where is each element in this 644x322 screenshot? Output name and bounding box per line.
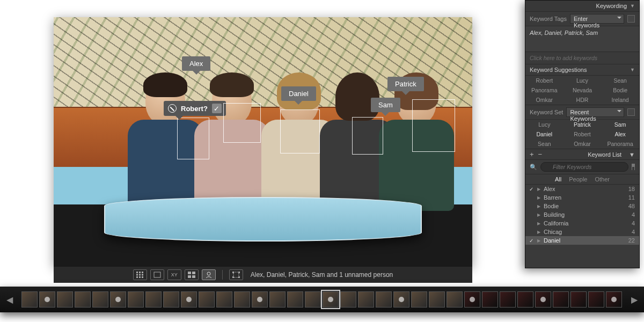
loupe-view-button[interactable] (150, 269, 164, 280)
keyword-expand-icon[interactable]: ▶ (537, 204, 540, 209)
keyword-expand-icon[interactable]: ▶ (537, 238, 540, 243)
filmstrip-thumb[interactable] (269, 291, 286, 308)
keyword-expand-icon[interactable]: ▶ (537, 187, 540, 192)
keyword-tags-mode-dropdown[interactable]: Enter Keywords (570, 14, 624, 24)
keyword-tags-toggle[interactable] (627, 15, 635, 23)
tab-people[interactable]: People (569, 176, 587, 182)
keyword-checked-icon[interactable]: ✓ (529, 186, 534, 192)
filmstrip-thumb[interactable] (447, 291, 463, 308)
filmstrip-thumb[interactable] (553, 291, 569, 308)
filmstrip-thumb[interactable] (393, 291, 409, 308)
survey-view-button[interactable] (185, 269, 199, 280)
filmstrip-thumb[interactable] (376, 291, 392, 308)
keyword-list[interactable]: ✓▶Alex18▶Barren11▶Bodie48▶Building4▶Cali… (525, 185, 639, 245)
keyword-set-item[interactable]: Sam (601, 120, 639, 129)
reject-face-icon[interactable] (168, 104, 177, 113)
main-photo[interactable] (54, 17, 472, 267)
filmstrip-thumb[interactable] (588, 291, 604, 308)
keyword-set-item[interactable]: Panorama (601, 139, 639, 149)
collapse-icon[interactable]: ▼ (630, 67, 635, 72)
filmstrip-thumb[interactable] (57, 291, 73, 308)
keyword-set-item[interactable]: Lucy (525, 120, 564, 129)
filmstrip-thumb[interactable] (92, 291, 108, 308)
people-view-button[interactable] (202, 269, 216, 280)
keyword-list-item[interactable]: ▶Bodie48 (525, 202, 639, 210)
filmstrip-thumb[interactable] (216, 291, 232, 308)
add-keyword-button[interactable]: + (530, 151, 534, 158)
filmstrip-thumb[interactable] (429, 291, 445, 308)
keyword-expand-icon[interactable]: ▶ (537, 230, 540, 235)
filmstrip-thumb[interactable] (500, 291, 516, 308)
filmstrip-thumb[interactable] (323, 291, 339, 308)
filter-icon[interactable] (632, 164, 635, 170)
accept-face-icon[interactable]: ✓ (212, 104, 222, 113)
keyword-tags-hint[interactable]: Click here to add keywords (525, 52, 639, 64)
keyword-suggestion[interactable]: Omkar (525, 95, 564, 105)
keyword-list-item[interactable]: ▶California4 (525, 219, 639, 228)
keyword-expand-icon[interactable]: ▶ (537, 221, 540, 226)
keyword-suggestion[interactable]: Lucy (564, 76, 602, 85)
filmstrip-thumb[interactable] (234, 291, 250, 308)
keyword-set-item[interactable]: Omkar (564, 139, 602, 149)
keyword-set-item[interactable]: Alex (601, 129, 639, 139)
collapse-icon[interactable]: ▼ (630, 3, 635, 9)
keyword-suggestion[interactable]: Panorama (525, 85, 564, 95)
keyword-list-item[interactable]: ✓▶Daniel22 (525, 236, 639, 245)
keyword-set-item[interactable]: Robert (564, 129, 602, 139)
filmstrip-prev-icon[interactable]: ◀ (6, 295, 13, 305)
compare-view-button[interactable]: XY (167, 269, 181, 280)
filmstrip-thumb[interactable] (517, 291, 533, 308)
face-name-bubble[interactable]: Patrick (387, 77, 424, 91)
filmstrip[interactable]: ◀ ▶ (0, 287, 644, 312)
keyword-list-item[interactable]: ✓▶Alex18 (525, 185, 639, 193)
keyword-suggestion[interactable]: Robert (525, 76, 564, 85)
filmstrip-thumb[interactable] (21, 291, 38, 308)
filmstrip-thumb[interactable] (75, 291, 91, 308)
filmstrip-thumb[interactable] (199, 291, 215, 308)
tab-other[interactable]: Other (595, 176, 610, 182)
grid-view-button[interactable] (133, 269, 147, 280)
filmstrip-thumb[interactable] (535, 291, 551, 308)
keyword-suggestion[interactable]: Nevada (564, 85, 602, 95)
filmstrip-thumb[interactable] (464, 291, 480, 308)
keyword-filter-input[interactable] (540, 162, 628, 172)
filmstrip-thumb[interactable] (128, 291, 144, 308)
keyword-set-toggle[interactable] (627, 108, 635, 116)
filmstrip-thumb[interactable] (110, 291, 126, 308)
filmstrip-next-icon[interactable]: ▶ (631, 295, 638, 305)
filmstrip-thumb[interactable] (606, 291, 622, 308)
keyword-suggestion[interactable]: Ireland (601, 95, 639, 105)
keyword-set-item[interactable]: Sean (525, 139, 564, 149)
keyword-list-item[interactable]: ▶Barren11 (525, 193, 639, 202)
keyword-expand-icon[interactable]: ▶ (537, 213, 540, 217)
remove-keyword-button[interactable]: − (538, 151, 543, 158)
keyword-set-dropdown[interactable]: Recent Keywords (566, 107, 624, 117)
keyword-suggestion[interactable]: Bodie (601, 85, 639, 95)
filmstrip-thumb[interactable] (181, 291, 197, 308)
face-name-bubble[interactable]: Sam (371, 98, 400, 112)
filmstrip-thumb[interactable] (411, 291, 427, 308)
keyword-checked-icon[interactable]: ✓ (529, 238, 534, 244)
keyword-tags-value[interactable]: Alex, Daniel, Patrick, Sam (525, 26, 639, 52)
filmstrip-thumb[interactable] (287, 291, 303, 308)
filmstrip-thumb[interactable] (570, 291, 587, 308)
filmstrip-thumb[interactable] (482, 291, 498, 308)
filmstrip-thumb[interactable] (340, 291, 356, 308)
filmstrip-thumb[interactable] (39, 291, 55, 308)
keyword-expand-icon[interactable]: ▶ (537, 195, 540, 200)
keywording-header[interactable]: Keywording ▼ (525, 1, 639, 12)
keyword-set-item[interactable]: Daniel (525, 129, 564, 139)
tab-all[interactable]: All (555, 176, 561, 182)
keyword-suggestion[interactable]: HDR (564, 95, 602, 105)
draw-face-region-button[interactable] (229, 269, 243, 280)
filmstrip-thumb[interactable] (145, 291, 162, 308)
collapse-icon[interactable]: ▼ (629, 151, 635, 158)
filmstrip-thumb[interactable] (252, 291, 268, 308)
keyword-list-item[interactable]: ▶Chicag4 (525, 228, 639, 236)
filmstrip-thumb[interactable] (358, 291, 374, 308)
filmstrip-thumb[interactable] (305, 291, 321, 308)
filmstrip-thumb[interactable] (163, 291, 179, 308)
face-name-bubble[interactable]: Daniel (281, 86, 316, 101)
keyword-suggestions-header[interactable]: Keyword Suggestions ▼ (525, 64, 639, 76)
keyword-list-item[interactable]: ▶Building4 (525, 210, 639, 219)
